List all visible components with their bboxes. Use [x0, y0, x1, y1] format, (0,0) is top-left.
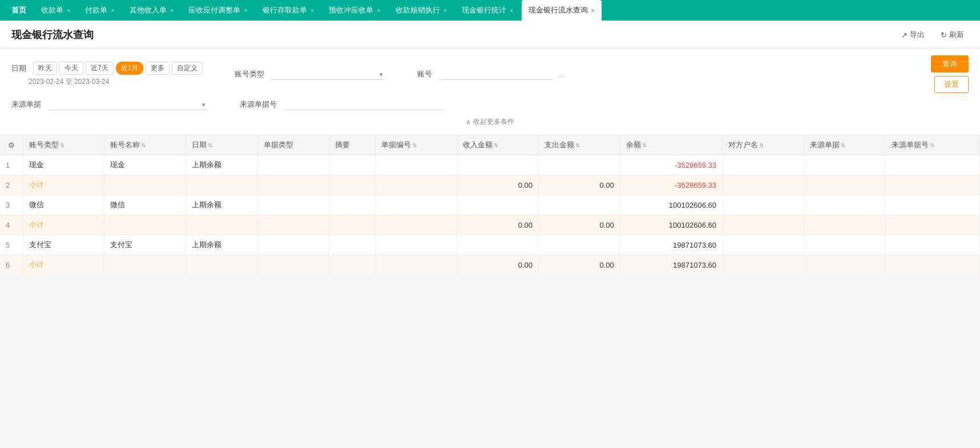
cell-summary [329, 195, 376, 215]
nav-tab-4[interactable]: 银行存取款单× [256, 0, 321, 21]
cell-account_type: 小计 [23, 215, 104, 235]
cell-counterpart [723, 215, 804, 235]
cell-source_doc [804, 215, 885, 235]
nav-home[interactable]: 首页 [5, 0, 33, 21]
nav-tab-3[interactable]: 应收应付调整单× [182, 0, 254, 21]
nav-tab-6[interactable]: 收款核销执行× [389, 0, 454, 21]
tab-close-7[interactable]: × [510, 7, 513, 14]
col-header-doc_no[interactable]: 单据编号⇅ [376, 135, 457, 155]
refresh-button[interactable]: ↻ 刷新 [936, 27, 969, 42]
data-table: ⚙账号类型⇅账号名称⇅日期⇅单据类型摘要单据编号⇅收入金额⇅支出金额⇅余额⇅对方… [0, 135, 980, 275]
tab-label-8: 现金银行流水查询 [529, 5, 588, 15]
cell-expense: 0.00 [538, 175, 620, 195]
cell-expense [538, 235, 620, 255]
cell-summary [329, 155, 376, 175]
cell-summary [329, 255, 376, 275]
col-header-source_doc_no[interactable]: 来源单据号⇅ [885, 135, 979, 155]
cell-account_name: 现金 [104, 155, 186, 175]
cell-balance: 19871073.60 [620, 235, 722, 255]
col-header-counterpart[interactable]: 对方户名⇅ [723, 135, 804, 155]
collapse-row: ∧ 收起更多条件 [11, 116, 969, 128]
col-header-balance[interactable]: 余额⇅ [620, 135, 722, 155]
nav-tabs: 收款单×付款单×其他收入单×应收应付调整单×银行存取款单×预收冲应收单×收款核销… [34, 0, 602, 21]
cell-source_doc [804, 155, 885, 175]
filter-row-2: 来源单据 来源单据号 [11, 99, 969, 110]
table-row: 5支付宝支付宝上期余额19871073.60 [0, 235, 980, 255]
page-title: 现金银行流水查询 [11, 28, 94, 47]
cell-account_name: 微信 [104, 195, 186, 215]
col-header-expense[interactable]: 支出金额⇅ [538, 135, 620, 155]
source-doc-no-input[interactable] [284, 99, 443, 110]
sort-icon-counterpart: ⇅ [759, 142, 764, 148]
cell-source_doc [804, 195, 885, 215]
nav-tab-5[interactable]: 预收冲应收单× [322, 0, 387, 21]
date-btn-4[interactable]: 更多 [146, 62, 170, 75]
tab-label-3: 应收应付调整单 [188, 5, 240, 15]
table-settings-icon[interactable]: ⚙ [8, 141, 15, 150]
date-btn-1[interactable]: 今天 [59, 62, 83, 75]
tab-close-8[interactable]: × [591, 7, 595, 14]
query-button[interactable]: 查询 [931, 55, 969, 72]
tab-close-0[interactable]: × [67, 7, 70, 14]
cell-source_doc_no [885, 215, 979, 235]
nav-tab-2[interactable]: 其他收入单× [123, 0, 180, 21]
table-body: 1现金现金上期余额-3528659.332小计0.000.00-3528659.… [0, 155, 980, 275]
cell-counterpart [723, 255, 804, 275]
cell-source_doc [804, 255, 885, 275]
cell-doc_type [257, 175, 329, 195]
date-range: 2023-02-24 至 2023-03-24 [29, 78, 109, 86]
col-header-account_type[interactable]: 账号类型⇅ [23, 135, 104, 155]
cell-balance: 100102606.60 [620, 215, 722, 235]
right-action-buttons: 查询 设置 [931, 55, 969, 93]
settings-button[interactable]: 设置 [934, 76, 969, 93]
date-btn-3[interactable]: 近1月 [116, 62, 144, 75]
col-header-doc_type: 单据类型 [257, 135, 329, 155]
tab-close-2[interactable]: × [170, 7, 174, 14]
date-btn-0[interactable]: 昨天 [33, 62, 57, 75]
tab-close-3[interactable]: × [244, 7, 247, 14]
tab-close-6[interactable]: × [443, 7, 447, 14]
date-btn-2[interactable]: 近7天 [86, 62, 114, 75]
cell-income: 0.00 [457, 215, 539, 235]
col-header-date[interactable]: 日期⇅ [186, 135, 258, 155]
nav-tab-1[interactable]: 付款单× [78, 0, 121, 21]
date-btn-5[interactable]: 自定义 [172, 62, 203, 75]
cell-account_name: 支付宝 [104, 235, 186, 255]
export-button[interactable]: ↗ 导出 [897, 27, 929, 42]
tab-close-1[interactable]: × [111, 7, 114, 14]
cell-account_type: 微信 [23, 195, 104, 215]
cell-doc_no [376, 195, 457, 215]
nav-tab-7[interactable]: 现金银行统计× [455, 0, 520, 21]
source-doc-label: 来源单据 [11, 99, 41, 110]
cell-date: 上期余额 [186, 235, 258, 255]
collapse-button[interactable]: ∧ 收起更多条件 [461, 116, 519, 128]
col-label-balance: 余额 [626, 140, 641, 149]
cell-income: 0.00 [457, 255, 539, 275]
cell-source_doc_no [885, 235, 979, 255]
nav-tab-0[interactable]: 收款单× [34, 0, 77, 21]
col-header-source_doc[interactable]: 来源单据⇅ [804, 135, 885, 155]
tab-label-6: 收款核销执行 [396, 5, 440, 15]
tab-close-4[interactable]: × [310, 7, 314, 14]
cell-source_doc_no [885, 175, 979, 195]
account-type-select-wrapper [271, 68, 385, 80]
table-row: 6小计0.000.0019871073.60 [0, 255, 980, 275]
cell-account_type: 支付宝 [23, 235, 104, 255]
source-doc-select[interactable] [48, 99, 208, 110]
tab-close-5[interactable]: × [377, 7, 380, 14]
collapse-icon: ∧ [466, 118, 471, 126]
col-header-account_name[interactable]: 账号名称⇅ [104, 135, 186, 155]
cell-income: 0.00 [457, 175, 539, 195]
cell-account_type: 小计 [23, 255, 104, 275]
cell-source_doc_no [885, 255, 979, 275]
table-container: ⚙账号类型⇅账号名称⇅日期⇅单据类型摘要单据编号⇅收入金额⇅支出金额⇅余额⇅对方… [0, 135, 980, 275]
cell-source_doc_no [885, 195, 979, 215]
nav-tab-8[interactable]: 现金银行流水查询× [522, 0, 602, 21]
refresh-icon: ↻ [941, 31, 947, 39]
account-input[interactable] [439, 68, 553, 80]
export-icon: ↗ [901, 31, 908, 39]
col-header-income[interactable]: 收入金额⇅ [457, 135, 539, 155]
account-more-btn[interactable]: ... [558, 70, 564, 79]
account-type-select[interactable] [271, 68, 385, 80]
cell-date [186, 215, 258, 235]
